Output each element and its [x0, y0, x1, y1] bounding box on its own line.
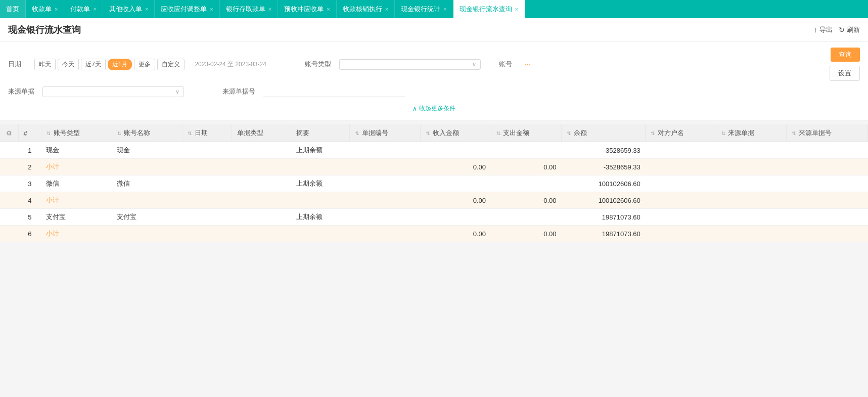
table-row[interactable]: 2小计0.000.00-3528659.33 [0, 159, 868, 175]
cell-date [182, 159, 232, 175]
column-account-name[interactable]: ⇅ 账号名称 [112, 124, 182, 142]
cell-counterparty [646, 159, 716, 175]
column-account-type[interactable]: ⇅ 账号类型 [41, 124, 112, 142]
cell-account-name [112, 159, 182, 175]
top-nav: 首页 收款单 × 付款单 × 其他收入单 × 应收应付调整单 × 银行存取款单 … [0, 0, 868, 18]
cell-doc-no [350, 142, 421, 159]
nav-item-receipt[interactable]: 收款单 × [26, 0, 64, 18]
export-button[interactable]: ↑ 导出 [814, 25, 833, 34]
cell-source-doc [716, 226, 787, 242]
cell-doc-type [232, 175, 291, 192]
nav-item-ap-ar[interactable]: 应收应付调整单 × [155, 0, 219, 18]
close-icon[interactable]: × [55, 6, 58, 12]
collapse-bar[interactable]: ∧ 收起更多条件 [8, 102, 860, 114]
cell-income [420, 175, 491, 192]
page-title: 现金银行流水查询 [8, 24, 81, 36]
cell-doc-type [232, 159, 291, 175]
date-btn-today[interactable]: 今天 [58, 59, 79, 70]
source-doc-select[interactable]: ∨ [42, 86, 184, 97]
gear-icon[interactable]: ⚙ [6, 129, 12, 137]
cell-balance: -3528659.33 [562, 142, 646, 159]
cell-date [182, 226, 232, 242]
table-row[interactable]: 5支付宝支付宝上期余额19871073.60 [0, 209, 868, 226]
setting-button[interactable]: 设置 [830, 66, 860, 81]
cell-source-doc [716, 209, 787, 226]
nav-item-home[interactable]: 首页 [0, 0, 26, 18]
nav-item-label: 现金银行流水查询 [460, 5, 512, 14]
close-icon[interactable]: × [268, 6, 271, 12]
column-income[interactable]: ⇅ 收入金额 [420, 124, 491, 142]
nav-item-payment[interactable]: 付款单 × [64, 0, 103, 18]
query-button[interactable]: 查询 [831, 48, 860, 62]
column-balance[interactable]: ⇅ 余额 [562, 124, 646, 142]
cell-income: 0.00 [420, 226, 491, 242]
close-icon[interactable]: × [385, 6, 388, 12]
cell-counterparty [646, 209, 716, 226]
cell-doc-no [350, 192, 421, 209]
nav-item-bank-deposit[interactable]: 银行存取款单 × [220, 0, 278, 18]
cell-account-type: 现金 [41, 142, 112, 159]
column-expense[interactable]: ⇅ 支出金额 [491, 124, 562, 142]
nav-item-collection[interactable]: 收款核销执行 × [337, 0, 395, 18]
column-counterparty[interactable]: ⇅ 对方户名 [646, 124, 716, 142]
table-row[interactable]: 6小计0.000.0019871073.60 [0, 226, 868, 242]
export-icon: ↑ [814, 26, 817, 34]
column-gear[interactable]: ⚙ [0, 124, 18, 142]
account-type-select[interactable]: ∨ [339, 59, 481, 70]
cell-source-doc-no [787, 192, 868, 209]
column-date[interactable]: ⇅ 日期 [182, 124, 232, 142]
account-no-ellipsis[interactable]: ··· [524, 60, 531, 69]
cell-counterparty [646, 175, 716, 192]
cell-gear [0, 226, 18, 242]
column-source-doc-no[interactable]: ⇅ 来源单据号 [787, 124, 868, 142]
refresh-button[interactable]: ↻ 刷新 [839, 25, 860, 34]
close-icon[interactable]: × [210, 6, 213, 12]
data-table-container: ⚙ # ⇅ 账号类型 ⇅ 账号名称 ⇅ 日期 单据类型 [0, 124, 868, 242]
source-doc-no-input[interactable] [263, 86, 405, 97]
column-source-doc[interactable]: ⇅ 来源单据 [716, 124, 787, 142]
sort-icon: ⇅ [188, 130, 192, 136]
date-btn-7days[interactable]: 近7天 [81, 59, 106, 70]
column-doc-no[interactable]: ⇅ 单据编号 [350, 124, 421, 142]
sort-icon: ⇅ [47, 130, 51, 136]
cell-account-name [112, 192, 182, 209]
date-btn-more[interactable]: 更多 [134, 59, 155, 70]
cell-gear [0, 209, 18, 226]
account-type-label: 账号类型 [305, 60, 331, 69]
cell-account-name: 微信 [112, 175, 182, 192]
close-icon[interactable]: × [93, 6, 96, 12]
close-icon[interactable]: × [515, 6, 518, 12]
nav-item-other-income[interactable]: 其他收入单 × [103, 0, 155, 18]
cell-account-name [112, 226, 182, 242]
nav-item-label: 现金银行统计 [401, 5, 440, 14]
cell-expense [491, 209, 562, 226]
close-icon[interactable]: × [327, 6, 330, 12]
nav-item-cash-flow[interactable]: 现金银行流水查询 × [453, 0, 525, 18]
table-row[interactable]: 1现金现金上期余额-3528659.33 [0, 142, 868, 159]
cell-summary [291, 226, 350, 242]
table-row[interactable]: 3微信微信上期余额100102606.60 [0, 175, 868, 192]
date-filter-buttons: 昨天 今天 近7天 近1月 更多 自定义 [34, 59, 185, 70]
cell-source-doc [716, 159, 787, 175]
nav-item-label: 应收应付调整单 [161, 5, 207, 14]
date-btn-yesterday[interactable]: 昨天 [34, 59, 56, 70]
nav-item-label: 首页 [6, 5, 19, 14]
cell-balance: -3528659.33 [562, 159, 646, 175]
nav-item-label: 银行存取款单 [226, 5, 265, 14]
table-row[interactable]: 4小计0.000.00100102606.60 [0, 192, 868, 209]
cell-gear [0, 159, 18, 175]
date-btn-1month[interactable]: 近1月 [108, 59, 132, 70]
close-icon[interactable]: × [443, 6, 446, 12]
cell-source-doc-no [787, 209, 868, 226]
nav-item-label: 付款单 [70, 5, 90, 14]
date-btn-custom[interactable]: 自定义 [157, 59, 185, 70]
refresh-label: 刷新 [847, 25, 860, 34]
cell-expense [491, 142, 562, 159]
table-body: 1现金现金上期余额-3528659.332小计0.000.00-3528659.… [0, 142, 868, 242]
filter-row-2: 来源单据 ∨ 来源单据号 [8, 86, 860, 97]
close-icon[interactable]: × [145, 6, 148, 12]
nav-item-cash-stat[interactable]: 现金银行统计 × [395, 0, 453, 18]
cell-source-doc [716, 192, 787, 209]
cell-account-name: 支付宝 [112, 209, 182, 226]
nav-item-prepay[interactable]: 预收冲应收单 × [278, 0, 336, 18]
